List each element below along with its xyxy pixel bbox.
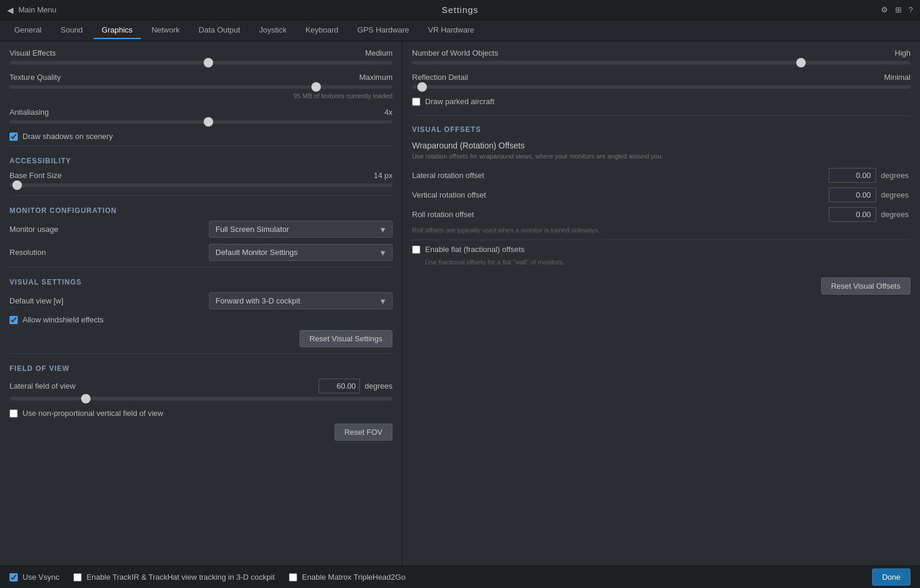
top-bar-left: ◀ Main Menu — [7, 5, 56, 15]
tab-sound[interactable]: Sound — [52, 22, 91, 39]
default-view-wrapper: Forward with 3-D cockpit Forward with 2-… — [209, 292, 393, 309]
vertical-rotation-label: Vertical rotation offset — [412, 190, 486, 199]
visual-effects-thumb[interactable] — [204, 58, 213, 67]
lateral-rotation-input[interactable] — [829, 168, 876, 183]
lateral-fov-input-row: degrees — [319, 379, 393, 393]
enable-trackir-label: Enable TrackIR & TrackHat view tracking … — [86, 573, 275, 581]
enable-matrox-label: Enable Matrox TripleHead2Go — [302, 573, 406, 581]
lateral-fov-input[interactable] — [319, 379, 360, 393]
reflection-detail-thumb[interactable] — [417, 82, 427, 92]
roll-rotation-label: Roll rotation offset — [412, 210, 474, 219]
lateral-rotation-label: Lateral rotation offset — [412, 171, 484, 180]
right-panel: Number of World Objects High Reflection … — [403, 41, 920, 566]
base-font-size-row: Base Font Size 14 px — [9, 171, 393, 187]
resolution-row: Resolution Default Monitor Settings 1920… — [9, 244, 393, 261]
lateral-fov-thumb[interactable] — [81, 394, 91, 403]
enable-flat-offsets-label: Enable flat (fractional) offsets — [425, 245, 525, 254]
resolution-wrapper: Default Monitor Settings 1920x1080 2560x… — [209, 244, 393, 261]
allow-windshield-label: Allow windshield effects — [22, 315, 104, 324]
reset-fov-button[interactable]: Reset FOV — [334, 424, 393, 441]
tab-keyboard[interactable]: Keyboard — [297, 22, 347, 39]
num-world-objects-track[interactable] — [412, 61, 911, 64]
bottom-bar: Use Vsync Enable TrackIR & TrackHat view… — [0, 566, 920, 588]
use-vsync-row: Use Vsync — [9, 573, 59, 581]
top-bar: ◀ Main Menu Settings ⚙ ⊞ ? — [0, 0, 920, 20]
texture-quality-row: Texture Quality Maximum 95 MB of texture… — [9, 73, 393, 99]
tabs-bar: General Sound Graphics Network Data Outp… — [0, 20, 920, 41]
tab-general[interactable]: General — [6, 22, 50, 39]
antialiasing-thumb[interactable] — [204, 117, 213, 127]
tab-joystick[interactable]: Joystick — [251, 22, 295, 39]
resolution-select[interactable]: Default Monitor Settings 1920x1080 2560x… — [209, 244, 393, 261]
reset-visual-settings-button[interactable]: Reset Visual Settings — [300, 330, 393, 347]
main-content: Visual Effects Medium Texture Quality Ma… — [0, 41, 920, 566]
sliders-icon[interactable]: ⊞ — [895, 5, 902, 14]
bottom-bar-left: Use Vsync Enable TrackIR & TrackHat view… — [9, 568, 406, 586]
base-font-size-thumb[interactable] — [12, 180, 22, 190]
draw-shadows-row: Draw shadows on scenery — [9, 132, 393, 141]
settings-icon[interactable]: ⚙ — [881, 5, 888, 14]
tab-data-output[interactable]: Data Output — [191, 22, 249, 39]
enable-flat-offsets-checkbox[interactable] — [412, 245, 420, 254]
flat-offsets-desc: Use fractional offsets for a flat "wall"… — [425, 259, 911, 266]
texture-quality-thumb[interactable] — [311, 82, 321, 92]
monitor-usage-wrapper: Full Screen Simulator Windowed Multiple … — [209, 221, 393, 238]
enable-trackir-checkbox[interactable] — [73, 573, 82, 581]
allow-windshield-checkbox[interactable] — [9, 316, 18, 324]
default-view-row: Default view [w] Forward with 3-D cockpi… — [9, 292, 393, 309]
antialiasing-value: 4x — [384, 108, 393, 117]
vertical-rotation-unit: degrees — [881, 190, 911, 199]
wraparound-desc: Use rotation offsets for wraparound view… — [412, 153, 911, 160]
base-font-size-value: 14 px — [374, 171, 393, 180]
visual-offsets-header: VISUAL OFFSETS — [412, 125, 911, 134]
base-font-size-label: Base Font Size — [9, 171, 62, 180]
monitor-usage-row: Monitor usage Full Screen Simulator Wind… — [9, 221, 393, 238]
texture-quality-label: Texture Quality — [9, 73, 61, 82]
use-vsync-label: Use Vsync — [22, 573, 59, 581]
tab-vr-hardware[interactable]: VR Hardware — [420, 22, 482, 39]
reset-visual-offsets-button[interactable]: Reset Visual Offsets — [821, 277, 911, 295]
num-world-objects-thumb[interactable] — [796, 58, 806, 67]
draw-parked-aircraft-row: Draw parked aircraft — [412, 97, 911, 106]
tab-graphics[interactable]: Graphics — [94, 22, 141, 39]
done-button[interactable]: Done — [872, 568, 911, 586]
visual-effects-value: Medium — [365, 49, 393, 57]
num-world-objects-label: Number of World Objects — [412, 49, 498, 57]
back-arrow-icon: ◀ — [7, 5, 14, 15]
base-font-size-track[interactable] — [9, 183, 393, 187]
vertical-rotation-input[interactable] — [829, 188, 876, 202]
antialiasing-track[interactable] — [9, 120, 393, 124]
default-view-select[interactable]: Forward with 3-D cockpit Forward with 2-… — [209, 292, 393, 309]
draw-shadows-checkbox[interactable] — [9, 133, 18, 141]
roll-rotation-sub: Roll offsets are typically used when a m… — [412, 227, 911, 234]
num-world-objects-value: High — [895, 49, 911, 57]
num-world-objects-row: Number of World Objects High — [412, 49, 911, 64]
non-proportional-fov-label: Use non-proportional vertical field of v… — [22, 409, 163, 418]
main-menu-link[interactable]: Main Menu — [18, 5, 56, 14]
visual-effects-row: Visual Effects Medium — [9, 49, 393, 64]
top-bar-right: ⚙ ⊞ ? — [881, 5, 913, 14]
monitor-usage-select[interactable]: Full Screen Simulator Windowed Multiple … — [209, 221, 393, 238]
texture-quality-track[interactable] — [9, 85, 393, 89]
reflection-detail-track[interactable] — [412, 85, 911, 89]
left-panel: Visual Effects Medium Texture Quality Ma… — [0, 41, 403, 566]
texture-quality-subtext: 95 MB of textures currently loaded — [9, 92, 393, 99]
visual-effects-track[interactable] — [9, 61, 393, 64]
field-of-view-header: FIELD OF VIEW — [9, 364, 393, 373]
reflection-detail-value: Minimal — [884, 73, 911, 82]
visual-settings-header: VISUAL SETTINGS — [9, 278, 393, 286]
use-vsync-checkbox[interactable] — [9, 573, 18, 581]
enable-flat-offsets-row: Enable flat (fractional) offsets — [412, 245, 911, 254]
enable-matrox-checkbox[interactable] — [289, 573, 297, 581]
non-proportional-fov-checkbox[interactable] — [9, 409, 18, 418]
tab-gps-hardware[interactable]: GPS Hardware — [349, 22, 417, 39]
tab-network[interactable]: Network — [143, 22, 188, 39]
question-icon[interactable]: ? — [909, 5, 913, 14]
lateral-rotation-unit: degrees — [881, 171, 911, 180]
draw-parked-aircraft-checkbox[interactable] — [412, 98, 420, 106]
lateral-rotation-input-row: degrees — [829, 168, 911, 183]
roll-rotation-input[interactable] — [829, 207, 876, 222]
roll-rotation-input-row: degrees — [829, 207, 911, 222]
lateral-fov-track[interactable] — [9, 397, 393, 400]
accessibility-header: ACCESSIBILITY — [9, 157, 393, 165]
